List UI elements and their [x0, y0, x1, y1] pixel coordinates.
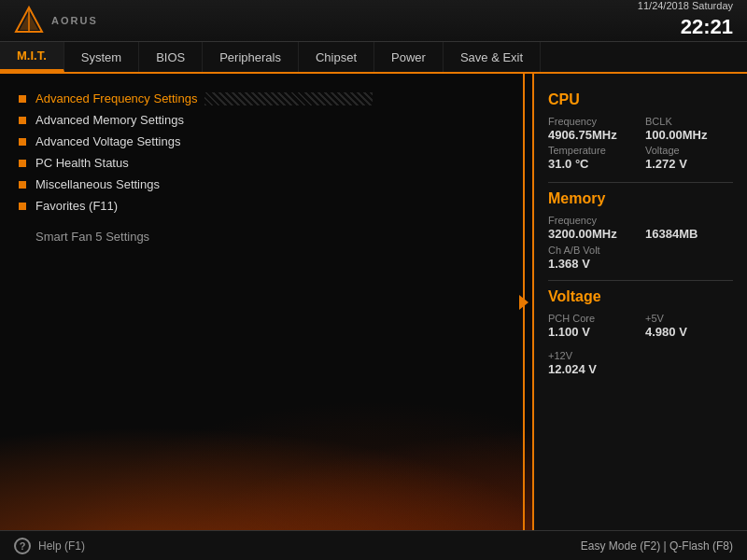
mem-size-value: 16384MB — [645, 227, 733, 241]
voltage-info-grid: PCH Core 1.100 V +5V 4.980 V — [548, 313, 733, 339]
footer-right: Easy Mode (F2) | Q-Flash (F8) — [581, 539, 733, 553]
volt-5v-col: +5V 4.980 V — [645, 313, 733, 339]
cpu-volt-col: Voltage 1.272 V — [645, 145, 733, 171]
menu-item-favorites[interactable]: Favorites (F11) — [19, 195, 497, 217]
nav-item-peripherals[interactable]: Peripherals — [203, 42, 299, 72]
mem-freq-col: Frequency 3200.00MHz — [548, 215, 636, 241]
nav-item-chipset[interactable]: Chipset — [299, 42, 374, 72]
mem-freq-label: Frequency — [548, 215, 636, 226]
logo-text: AORUS — [51, 15, 98, 26]
panel-divider — [515, 74, 532, 530]
cpu-section-title: CPU — [548, 91, 733, 108]
menu-item-mem-settings[interactable]: Advanced Memory Settings — [19, 109, 497, 131]
cpu-freq-label: Frequency — [548, 116, 636, 127]
bullet-icon — [19, 181, 26, 189]
volt-pch-value: 1.100 V — [548, 325, 636, 339]
cpu-section: CPU Frequency 4906.75MHz BCLK 100.00MHz … — [548, 91, 733, 171]
aorus-logo-icon — [14, 6, 44, 35]
mem-freq-value: 3200.00MHz — [548, 227, 636, 241]
cpu-volt-value: 1.272 V — [645, 157, 733, 171]
volt-12v-label: +12V — [548, 350, 733, 361]
nav-item-save-exit[interactable]: Save & Exit — [444, 42, 541, 72]
help-icon: ? — [14, 538, 31, 554]
header: AORUS 11/24/2018 Saturday 22:21 — [0, 0, 747, 42]
time-display: 22:21 — [638, 13, 733, 42]
menu-item-smart-fan[interactable]: Smart Fan 5 Settings — [35, 226, 497, 247]
nav-item-power[interactable]: Power — [374, 42, 444, 72]
volt-5v-label: +5V — [645, 313, 733, 324]
footer-left: ? Help (F1) — [14, 538, 85, 554]
voltage-section-title: Voltage — [548, 288, 733, 305]
left-panel: Advanced Frequency Settings Advanced Mem… — [0, 74, 515, 530]
date-day: 11/24/2018 Saturday — [638, 0, 733, 11]
bullet-icon — [19, 95, 26, 103]
volt-pch-label: PCH Core — [548, 313, 636, 324]
cpu-bclk-col: BCLK 100.00MHz — [645, 116, 733, 142]
voltage-section: Voltage PCH Core 1.100 V +5V 4.980 V +12… — [548, 288, 733, 376]
cpu-temp-label: Temperature — [548, 145, 636, 156]
memory-section: Memory Frequency 3200.00MHz 16384MB Ch A… — [548, 190, 733, 271]
bullet-icon — [19, 117, 26, 124]
volt-5v-value: 4.980 V — [645, 325, 733, 339]
divider-mem-volt — [548, 280, 733, 281]
menu-item-volt-settings[interactable]: Advanced Voltage Settings — [19, 131, 497, 152]
bullet-icon — [19, 138, 26, 146]
memory-section-title: Memory — [548, 190, 733, 207]
mem-chvolt-value: 1.368 V — [548, 257, 733, 271]
mem-size-col: 16384MB — [645, 215, 733, 241]
mem-size-label — [645, 215, 733, 226]
nav-item-system[interactable]: System — [64, 42, 139, 72]
bullet-icon — [19, 203, 26, 210]
cpu-freq-value: 4906.75MHz — [548, 128, 636, 142]
menu-item-freq-settings[interactable]: Advanced Frequency Settings — [19, 88, 497, 109]
hatch-pattern — [204, 92, 373, 105]
volt-12v-col: +12V 12.024 V — [548, 350, 733, 376]
memory-info-grid: Frequency 3200.00MHz 16384MB — [548, 215, 733, 241]
easy-mode-label[interactable]: Easy Mode (F2) — [581, 539, 660, 553]
bullet-icon — [19, 160, 26, 167]
divider-cpu-mem — [548, 182, 733, 183]
menu-item-pc-health[interactable]: PC Health Status — [19, 152, 497, 174]
mem-chvolt-label: Ch A/B Volt — [548, 245, 733, 256]
qflash-label[interactable]: Q-Flash (F8) — [669, 539, 733, 553]
navigation-bar: M.I.T. System BIOS Peripherals Chipset P… — [0, 42, 747, 74]
datetime: 11/24/2018 Saturday 22:21 — [638, 0, 733, 42]
help-label[interactable]: Help (F1) — [38, 539, 85, 553]
volt-pch-col: PCH Core 1.100 V — [548, 313, 636, 339]
cpu-info-grid: Frequency 4906.75MHz BCLK 100.00MHz Temp… — [548, 116, 733, 171]
arrow-right-icon — [519, 295, 529, 310]
cpu-freq-col: Frequency 4906.75MHz — [548, 116, 636, 142]
cpu-temp-col: Temperature 31.0 °C — [548, 145, 636, 171]
cpu-bclk-value: 100.00MHz — [645, 128, 733, 142]
menu-item-misc[interactable]: Miscellaneous Settings — [19, 174, 497, 195]
nav-item-bios[interactable]: BIOS — [139, 42, 203, 72]
right-panel: CPU Frequency 4906.75MHz BCLK 100.00MHz … — [532, 74, 747, 530]
mem-chvolt-col: Ch A/B Volt 1.368 V — [548, 245, 733, 271]
cpu-volt-label: Voltage — [645, 145, 733, 156]
volt-12v-value: 12.024 V — [548, 362, 733, 376]
footer: ? Help (F1) Easy Mode (F2) | Q-Flash (F8… — [0, 530, 747, 560]
nav-item-mit[interactable]: M.I.T. — [0, 42, 64, 72]
cpu-temp-value: 31.0 °C — [548, 157, 636, 171]
main-content: Advanced Frequency Settings Advanced Mem… — [0, 74, 747, 530]
logo-area: AORUS — [14, 6, 98, 35]
cpu-bclk-label: BCLK — [645, 116, 733, 127]
